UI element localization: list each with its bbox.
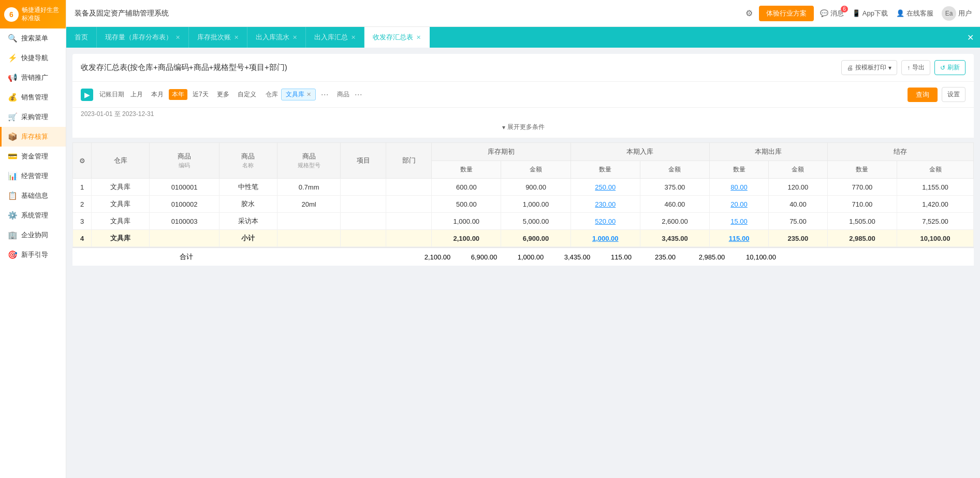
- cell-department: [386, 230, 432, 247]
- in-qty-link[interactable]: 1,000.00: [592, 235, 619, 242]
- sidebar-icon-search: 🔍: [8, 34, 17, 43]
- sidebar-item-search[interactable]: 🔍搜索菜单: [0, 28, 66, 48]
- user-item[interactable]: Ea 用户: [942, 6, 972, 21]
- sidebar-icon-purchase: 🛒: [8, 112, 17, 122]
- warehouse-tag[interactable]: 文具库 ✕: [281, 89, 316, 100]
- cell-warehouse: 文具库: [92, 179, 150, 196]
- goods-label: 商品: [337, 90, 349, 99]
- period-btn-上月[interactable]: 上月: [127, 89, 146, 100]
- cell-open-amt: 6,900.00: [501, 230, 571, 247]
- goods-more-icon[interactable]: ···: [353, 89, 364, 100]
- sidebar-item-enterprise[interactable]: 🏢企业协同: [0, 225, 66, 245]
- table-row: 3 文具库 0100003 采访本 1,000.00 5,000.00 520.…: [73, 213, 974, 230]
- tab-出入库流水[interactable]: 出入库流水 ✕: [247, 27, 306, 48]
- cell-no: 2: [73, 196, 92, 213]
- cell-out-amt: 235.00: [768, 230, 827, 247]
- period-btn-本年[interactable]: 本年: [169, 89, 187, 100]
- cell-spec: [277, 230, 341, 247]
- tab-close-库存批次账[interactable]: ✕: [234, 34, 239, 41]
- app-download-item[interactable]: 📱 App下载: [852, 9, 888, 18]
- out-qty-link[interactable]: 115.00: [729, 235, 750, 242]
- th-warehouse: 仓库: [92, 143, 150, 179]
- print-button[interactable]: 🖨 按模板打印 ▾: [841, 60, 897, 75]
- period-btn-更多[interactable]: 更多: [214, 89, 232, 100]
- tab-收发存汇总表[interactable]: 收发存汇总表 ✕: [364, 27, 430, 48]
- message-icon-item[interactable]: 💬 消息 6: [820, 9, 844, 18]
- app-logo: 6: [4, 7, 19, 22]
- footer-label: 合计: [78, 252, 295, 262]
- period-btn-自定义[interactable]: 自定义: [235, 89, 259, 100]
- expand-more-row: ▾ 展开更多条件: [72, 121, 974, 138]
- th-in-qty: 数量: [571, 161, 640, 179]
- out-qty-link[interactable]: 20.00: [730, 200, 748, 208]
- cell-close-qty: 2,985.00: [827, 230, 897, 247]
- cell-in-qty: 1,000.00: [571, 230, 640, 247]
- tabbar: 首页现存量（库存分布表） ✕库存批次账 ✕出入库流水 ✕出入库汇总 ✕收发存汇总…: [66, 27, 980, 48]
- trial-button[interactable]: 体验行业方案: [759, 6, 814, 21]
- sidebar-item-purchase[interactable]: 🛒采购管理: [0, 107, 66, 127]
- tab-close-出入库流水[interactable]: ✕: [292, 34, 297, 41]
- sidebar-icon-system: ⚙️: [8, 211, 17, 220]
- period-btn-本月[interactable]: 本月: [148, 89, 167, 100]
- cell-out-qty: 20.00: [710, 196, 769, 213]
- cell-open-amt: 1,000.00: [501, 196, 571, 213]
- tab-close-收发存汇总表[interactable]: ✕: [416, 34, 421, 41]
- cell-close-qty: 710.00: [827, 196, 897, 213]
- cell-code: 0100001: [150, 179, 219, 196]
- set-button[interactable]: 设置: [942, 87, 966, 102]
- online-service-item[interactable]: 👤 在线客服: [896, 9, 933, 18]
- cell-close-amt: 7,525.00: [897, 213, 974, 230]
- sidebar-item-inventory[interactable]: 📦库存核算: [0, 127, 66, 147]
- tab-出入库汇总[interactable]: 出入库汇总 ✕: [306, 27, 364, 48]
- refresh-button[interactable]: ↺ 刷新: [934, 60, 966, 75]
- sidebar-item-quicknav[interactable]: ⚡快捷导航: [0, 48, 66, 68]
- th-goods-code: 商品编码: [150, 143, 219, 179]
- sidebar-icon-basic: 📋: [8, 191, 17, 200]
- close-all-tabs-button[interactable]: ✕: [961, 33, 980, 42]
- content-area: 收发存汇总表(按仓库+商品编码+商品+规格型号+项目+部门) 🖨 按模板打印 ▾…: [66, 48, 980, 478]
- cell-open-amt: 5,000.00: [501, 213, 571, 230]
- tab-close-现存量（库存分布表）[interactable]: ✕: [175, 34, 180, 41]
- period-btn-近7天[interactable]: 近7天: [189, 89, 212, 100]
- date-filter-group: 记账日期 上月本月本年近7天更多自定义: [99, 89, 259, 100]
- sidebar-item-basic[interactable]: 📋基础信息: [0, 186, 66, 206]
- th-open-amt: 金额: [501, 161, 571, 179]
- cell-open-qty: 2,100.00: [432, 230, 501, 247]
- filter-expand-arrow[interactable]: ▶: [81, 89, 93, 101]
- cell-spec: [277, 213, 341, 230]
- sidebar-icon-newbie: 🎯: [8, 250, 17, 259]
- table-wrapper: ⚙ 仓库 商品编码 商品名称 商品规格型号 项目 部门 库存期初 本期入库 本期…: [72, 142, 974, 247]
- sidebar-item-system[interactable]: ⚙️系统管理: [0, 206, 66, 225]
- out-qty-link[interactable]: 80.00: [730, 183, 748, 191]
- warehouse-tag-close[interactable]: ✕: [306, 91, 311, 98]
- out-qty-link[interactable]: 15.00: [730, 218, 748, 225]
- sidebar-item-finance[interactable]: 💳资金管理: [0, 147, 66, 166]
- sidebar-item-marketing[interactable]: 📢营销推广: [0, 68, 66, 88]
- table-row: 2 文具库 0100002 胶水 20ml 500.00 1,000.00 23…: [73, 196, 974, 213]
- tab-close-出入库汇总[interactable]: ✕: [351, 34, 356, 41]
- warehouse-more-icon[interactable]: ···: [319, 89, 331, 100]
- tab-现存量（库存分布表）[interactable]: 现存量（库存分布表） ✕: [97, 27, 189, 48]
- in-qty-link[interactable]: 250.00: [595, 183, 616, 191]
- th-settings[interactable]: ⚙: [73, 143, 92, 179]
- tab-库存批次账[interactable]: 库存批次账 ✕: [189, 27, 247, 48]
- sidebar-item-newbie[interactable]: 🎯新手引导: [0, 245, 66, 265]
- tab-首页[interactable]: 首页: [66, 27, 97, 48]
- in-qty-link[interactable]: 230.00: [595, 200, 616, 208]
- cell-project: [341, 196, 386, 213]
- sidebar-item-sales[interactable]: 💰销售管理: [0, 88, 66, 107]
- expand-more-button[interactable]: ▾ 展开更多条件: [497, 121, 550, 134]
- th-goods-spec: 商品规格型号: [277, 143, 341, 179]
- cell-warehouse: 文具库: [92, 213, 150, 230]
- gear-icon[interactable]: ⚙: [745, 8, 753, 18]
- refresh-icon: ↺: [940, 64, 945, 71]
- cell-out-amt: 120.00: [768, 179, 827, 196]
- export-button[interactable]: ↑ 导出: [901, 60, 930, 75]
- footer-close-amt: 10,100.00: [735, 253, 787, 261]
- in-qty-link[interactable]: 520.00: [595, 218, 616, 225]
- query-button[interactable]: 查询: [908, 88, 938, 102]
- cell-code: 0100002: [150, 196, 219, 213]
- cell-spec: 20ml: [277, 196, 341, 213]
- footer-total-bar: 合计 2,100.00 6,900.00 1,000.00 3,435.00 1…: [72, 247, 974, 266]
- sidebar-item-operation[interactable]: 📊经营管理: [0, 166, 66, 186]
